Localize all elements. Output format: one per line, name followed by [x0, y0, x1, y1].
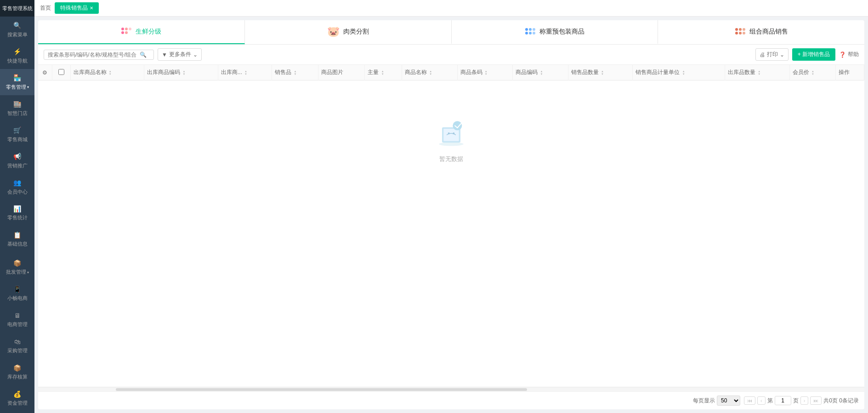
print-button[interactable]: 🖨 打印 ⌄ [755, 48, 789, 61]
page-number-input[interactable] [775, 396, 791, 405]
sidebar-item-retail-stats[interactable]: 📊 零售统计 [0, 200, 34, 226]
add-sales-item-label: + 新增销售品 [798, 51, 830, 58]
first-page-button[interactable]: ⏮ [744, 396, 755, 405]
sort-icon[interactable]: ▲▼ [244, 70, 247, 75]
svg-point-9 [529, 32, 532, 34]
help-button[interactable]: ❓ 帮助 [839, 51, 859, 58]
finance-mgmt-icon: 💰 [13, 390, 21, 399]
horizontal-scrollbar[interactable] [38, 387, 864, 391]
sidebar-item-finance-mgmt[interactable]: 💰 资金管理 [0, 385, 34, 412]
last-page-button[interactable]: ⏭ [810, 396, 822, 405]
next-page-button[interactable]: › [800, 396, 809, 405]
sort-icon[interactable]: ▲▼ [601, 70, 604, 75]
wholesale-mgmt-icon: 📦 [13, 259, 21, 268]
settings-icon: ⚙ [42, 69, 47, 76]
svg-point-21 [448, 132, 450, 134]
sidebar-item-label: 采购管理 [7, 347, 28, 354]
sidebar-item-label: 智慧门店 [7, 110, 28, 117]
filter-icon: ▼ [162, 52, 167, 58]
tab-meat-cut[interactable]: 🐷 肉类分割 [245, 20, 452, 44]
sidebar-item-wholesale-mgmt[interactable]: 📦 批发管理 ▾ [0, 254, 34, 281]
sort-icon[interactable]: ▲▼ [182, 70, 185, 75]
th-outlet-name: 出库商品名称 ▲▼ [70, 65, 144, 80]
svg-point-17 [439, 142, 463, 146]
select-all-checkbox[interactable] [58, 69, 64, 75]
sidebar-item-label: 营销推广 [7, 162, 28, 169]
help-icon: ❓ [839, 52, 846, 58]
add-sales-item-button[interactable]: + 新增销售品 [792, 48, 835, 61]
filter-button[interactable]: ▼ 更多条件 ⌄ [158, 48, 202, 61]
tab-weigh-pack[interactable]: 称重预包装商品 [452, 20, 658, 44]
sales-promo-icon: 📢 [13, 152, 21, 161]
sidebar-item-search-menu[interactable]: 🔍 搜索菜单 [0, 17, 34, 43]
sidebar-item-quick-nav[interactable]: ⚡ 快捷导航 [0, 43, 34, 69]
th-product-name: 商品名称 ▲▼ [402, 65, 457, 80]
per-page-select[interactable]: 50 10 20 100 [717, 396, 740, 406]
topbar: 首页 特殊销售品 ✕ [34, 0, 868, 17]
toolbar-left: 🔍 ▼ 更多条件 ⌄ [44, 48, 202, 61]
app-logo: 零售管理系统 [0, 0, 34, 17]
svg-point-1 [125, 28, 128, 30]
home-breadcrumb[interactable]: 首页 [40, 4, 51, 12]
meat-cut-icon: 🐷 [327, 26, 340, 38]
sidebar-item-member-center[interactable]: 👥 会员中心 [0, 174, 34, 200]
sidebar-item-retail-mall[interactable]: 🛒 零售商城 [0, 121, 34, 148]
toolbar-right: 🖨 打印 ⌄ + 新增销售品 ❓ 帮助 [755, 48, 859, 61]
sort-icon[interactable]: ▲▼ [811, 70, 814, 75]
sort-icon[interactable]: ▲▼ [758, 70, 760, 75]
sort-icon[interactable]: ▲▼ [429, 70, 432, 75]
sort-icon[interactable]: ▲▼ [381, 70, 384, 75]
tab-combo-sales[interactable]: 组合商品销售 [658, 20, 864, 44]
print-icon: 🖨 [760, 52, 765, 58]
sort-icon[interactable]: ▲▼ [485, 70, 488, 75]
quick-nav-icon: ⚡ [13, 47, 21, 57]
empty-state-illustration [433, 117, 470, 149]
svg-rect-19 [443, 129, 459, 141]
sidebar-item-label: 资金管理 [7, 400, 28, 407]
sort-icon[interactable]: ▲▼ [682, 70, 685, 75]
chevron-down-icon: ▾ [27, 85, 29, 90]
th-product-barcode: 商品条码 ▲▼ [457, 65, 513, 80]
svg-point-3 [121, 31, 124, 34]
sidebar-item-ecommerce-mgmt[interactable]: 🖥 电商管理 [0, 307, 34, 333]
tab-meat-cut-label: 肉类分割 [343, 28, 369, 36]
th-outlet-qty: 出库品数量 ▲▼ [725, 65, 789, 80]
sort-icon[interactable]: ▲▼ [294, 70, 296, 75]
scrollbar-thumb[interactable] [116, 388, 527, 391]
svg-point-6 [529, 28, 532, 31]
sidebar-item-label: 零售商城 [7, 136, 28, 143]
svg-point-5 [525, 28, 528, 31]
chevron-down-icon: ▾ [27, 270, 29, 275]
active-tab[interactable]: 特殊销售品 ✕ [55, 2, 99, 14]
sort-icon[interactable]: ▲▼ [540, 70, 543, 75]
th-settings[interactable]: ⚙ [38, 65, 52, 80]
search-icon[interactable]: 🔍 [140, 52, 147, 58]
search-input[interactable] [48, 52, 140, 58]
th-member-price: 会员价 ▲▼ [789, 65, 836, 80]
fresh-grade-icon [121, 27, 132, 37]
sidebar-item-basic-info[interactable]: 📋 基础信息 [0, 226, 34, 252]
th-checkbox[interactable] [52, 65, 70, 80]
sidebar-item-label: 快捷导航 [7, 57, 28, 64]
tab-fresh-grade[interactable]: 生鲜分级 [38, 20, 245, 44]
prev-page-button[interactable]: ‹ [757, 396, 766, 405]
sidebar-item-inventory[interactable]: 📦 库存核算 [0, 359, 34, 385]
sort-icon[interactable]: ▲▼ [109, 70, 112, 75]
close-tab-button[interactable]: ✕ [90, 6, 93, 11]
search-box[interactable]: 🔍 [44, 50, 154, 60]
search-menu-icon: 🔍 [13, 21, 21, 30]
tab-weigh-pack-label: 称重预包装商品 [539, 28, 584, 36]
tab-fresh-grade-label: 生鲜分级 [136, 28, 161, 36]
sidebar-item-mini-shop[interactable]: 📱 小畅电商 [0, 281, 34, 307]
th-weight: 主量 ▲▼ [365, 65, 402, 80]
th-sale-unit: 销售商品计量单位 ▲▼ [633, 65, 725, 80]
svg-point-0 [121, 28, 124, 30]
sidebar-item-label: 电商管理 [7, 321, 28, 328]
sidebar-item-smart-store[interactable]: 🏬 智慧门店 [0, 95, 34, 121]
svg-point-8 [525, 32, 528, 34]
sidebar-item-retail-mgmt[interactable]: 🏪 零售管理 ▾ [0, 69, 34, 95]
empty-state: 暂无数据 [38, 80, 864, 200]
tab-combo-sales-label: 组合商品销售 [749, 28, 788, 36]
sidebar-item-purchase-mgmt[interactable]: 🛍 采购管理 [0, 333, 34, 359]
sidebar-item-sales-promo[interactable]: 📢 营销推广 [0, 148, 34, 174]
